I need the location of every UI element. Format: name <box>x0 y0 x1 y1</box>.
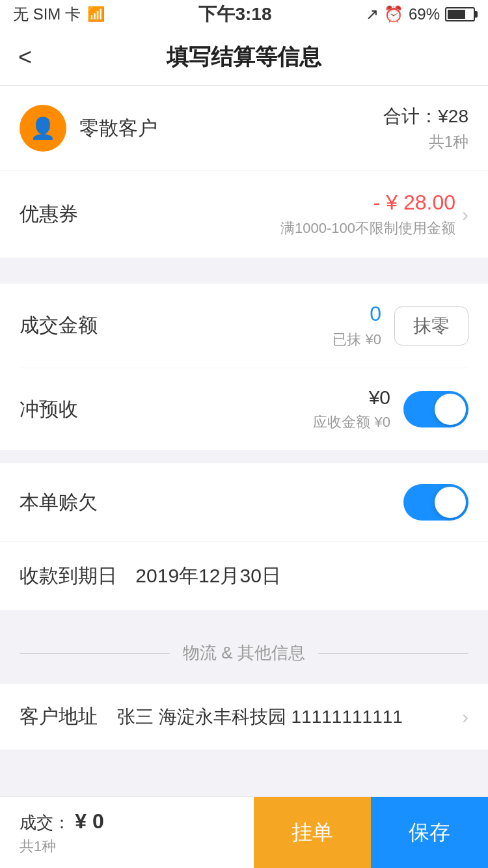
prepay-row: 冲预收 ¥0 应收金额 ¥0 <box>20 368 468 450</box>
deal-amount-label: 成交金额 <box>20 312 98 339</box>
due-date-row[interactable]: 收款到期日 2019年12月30日 <box>0 541 488 610</box>
coupon-chevron-icon: › <box>462 204 468 226</box>
separator-3 <box>0 610 488 623</box>
customer-card: 👤 零散客户 合计：¥28 共1种 优惠券 - ¥ 28.00 满1000-10… <box>0 86 488 258</box>
total-count: 共1种 <box>383 131 468 152</box>
debt-toggle[interactable] <box>403 484 468 521</box>
bottom-bar: 成交： ¥ 0 共1种 挂单 保存 <box>0 796 488 868</box>
battery-icon <box>445 7 475 21</box>
sim-status: 无 SIM 卡 <box>13 4 81 25</box>
deal-value[interactable]: 0 <box>332 302 381 326</box>
deal-section: 成交金额 0 已抹 ¥0 抹零 冲预收 ¥0 应收金额 ¥0 <box>0 284 488 450</box>
main-content: 👤 零散客户 合计：¥28 共1种 优惠券 - ¥ 28.00 满1000-10… <box>0 86 488 828</box>
address-label: 客户地址 <box>20 703 98 730</box>
save-button[interactable]: 保存 <box>371 797 488 869</box>
round-button[interactable]: 抹零 <box>394 306 468 346</box>
avatar-icon: 👤 <box>30 116 56 141</box>
nav-title: 填写结算等信息 <box>167 42 321 72</box>
prepay-toggle[interactable] <box>403 391 468 427</box>
prepay-value: ¥0 <box>313 387 390 409</box>
prepay-value-col: ¥0 应收金额 ¥0 <box>313 387 390 432</box>
alarm-icon: ⏰ <box>384 5 403 23</box>
debt-label: 本单赊欠 <box>20 489 98 516</box>
bottom-summary-top: 成交： ¥ 0 <box>20 809 234 834</box>
wifi-icon: 📶 <box>87 6 105 23</box>
separator-2 <box>0 450 488 463</box>
hang-button[interactable]: 挂单 <box>254 797 371 869</box>
bottom-summary: 成交： ¥ 0 共1种 <box>0 809 254 856</box>
customer-name: 零散客户 <box>79 115 157 142</box>
summary-amount: ¥ 0 <box>75 809 103 833</box>
debt-section: 本单赊欠 <box>0 463 488 541</box>
toggle-knob <box>435 394 466 425</box>
due-date-value: 2019年12月30日 <box>135 565 280 586</box>
coupon-row[interactable]: 优惠券 - ¥ 28.00 满1000-100不限制使用金额 › <box>0 170 488 258</box>
back-button[interactable]: < <box>18 44 32 71</box>
summary-label: 成交： <box>20 813 70 832</box>
battery-percent: 69% <box>409 5 440 23</box>
location-icon: ↗ <box>366 5 379 23</box>
coupon-right: - ¥ 28.00 满1000-100不限制使用金额 › <box>280 191 468 238</box>
status-bar: 无 SIM 卡 📶 下午3:18 ↗ ⏰ 69% <box>0 0 488 29</box>
status-right: ↗ ⏰ 69% <box>366 5 475 23</box>
address-row[interactable]: 客户地址 张三 海淀永丰科技园 11111111111 › <box>0 684 488 750</box>
deal-right: 0 已抹 ¥0 抹零 <box>332 302 468 349</box>
customer-avatar: 👤 <box>20 105 66 152</box>
logistics-header: 物流 & 其他信息 <box>0 623 488 683</box>
prepay-right: ¥0 应收金额 ¥0 <box>313 387 468 432</box>
coupon-desc: 满1000-100不限制使用金额 <box>280 219 455 238</box>
debt-toggle-knob <box>435 487 466 518</box>
separator-1 <box>0 271 488 284</box>
coupon-content: - ¥ 28.00 满1000-100不限制使用金额 <box>280 191 455 238</box>
customer-total: 合计：¥28 共1种 <box>383 104 468 152</box>
prepay-label: 冲预收 <box>20 396 78 423</box>
customer-left: 👤 零散客户 <box>20 105 157 152</box>
debt-row: 本单赊欠 <box>20 463 468 541</box>
customer-row: 👤 零散客户 合计：¥28 共1种 <box>0 86 488 170</box>
status-time: 下午3:18 <box>198 2 271 27</box>
summary-count: 共1种 <box>20 837 234 856</box>
coupon-discount: - ¥ 28.00 <box>280 191 455 215</box>
logistics-label: 物流 & 其他信息 <box>170 643 318 662</box>
total-amount: 合计：¥28 <box>383 104 468 129</box>
address-chevron-icon: › <box>462 706 468 728</box>
nav-bar: < 填写结算等信息 <box>0 29 488 86</box>
address-value: 张三 海淀永丰科技园 11111111111 <box>117 705 462 729</box>
prepay-sub: 应收金额 ¥0 <box>313 413 390 432</box>
deal-amount-row: 成交金额 0 已抹 ¥0 抹零 <box>20 284 468 368</box>
deal-value-col: 0 已抹 ¥0 <box>332 302 381 349</box>
coupon-label: 优惠券 <box>20 201 78 228</box>
status-left: 无 SIM 卡 📶 <box>13 4 105 25</box>
due-date-label: 收款到期日 <box>20 565 117 586</box>
deal-sub: 已抹 ¥0 <box>332 330 381 349</box>
